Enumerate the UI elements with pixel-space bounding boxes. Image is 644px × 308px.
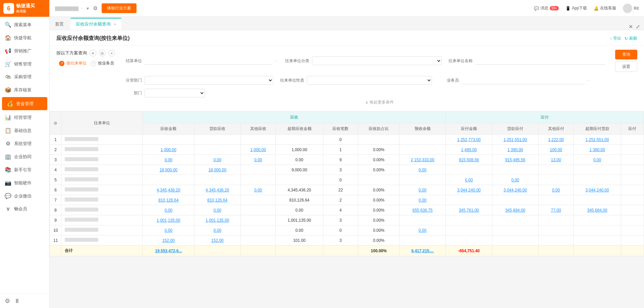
dept-select[interactable]: [145, 89, 205, 97]
settlement-dots[interactable]: ···: [275, 58, 278, 63]
refresh-icon: ↻: [625, 36, 628, 41]
settlement-unit-input[interactable]: [145, 57, 272, 65]
table-settings-icon[interactable]: ⚙: [54, 121, 57, 126]
close-window-icon[interactable]: ✕: [629, 24, 633, 30]
sidebar-item-wechat[interactable]: 💬 企业微信: [0, 189, 49, 203]
sidebar-item-hardware[interactable]: 📷 智能硬件: [0, 176, 49, 189]
sidebar-item-label: 畅会员: [14, 206, 27, 212]
collapse-icon: ∧: [365, 100, 368, 105]
tab-receivable-payable[interactable]: 应收应付余额查询 ×: [70, 18, 121, 30]
partner-name: [61, 195, 143, 205]
total-label: 合计: [61, 246, 143, 256]
filter-collapse-button[interactable]: «: [108, 50, 115, 56]
filter-row-2: 分管部门 往来单位性质: [122, 76, 637, 85]
solution-button[interactable]: 体验行业方案: [102, 3, 137, 13]
sidebar: 6 畅捷通买 标准版 🔍 搜索菜单 🏠 快捷导航 📢 营销推广 🛒 销售管理 🛍…: [0, 0, 50, 308]
sidebar-item-search[interactable]: 🔍 搜索菜单: [0, 18, 49, 31]
salesperson-dots[interactable]: ···: [587, 78, 590, 83]
sidebar-item-finance[interactable]: 💰 资金管理: [2, 97, 47, 110]
query-button[interactable]: 查询: [615, 50, 637, 59]
partner-name: [61, 155, 143, 165]
download-icon: 📱: [566, 6, 571, 11]
sidebar-item-label: 企业微信: [14, 193, 32, 199]
settings-button[interactable]: 设置: [615, 61, 637, 72]
data-table: ⚙ 往来单位 应收 应付 应收金额 贷款应收 其他应收 超期应收金额 应收笔数: [50, 112, 644, 256]
total-recv-amount[interactable]: 19,553,472,6...: [143, 246, 194, 256]
messages-label: 消息: [540, 5, 548, 11]
table-row: 7810,126.64810,126.64810,126.6420.00%0.0…: [50, 195, 644, 205]
breadcrumb: ▓▓▓▓▓▓▓▓ ›: [55, 6, 83, 11]
sidebar-item-quick-nav[interactable]: 🏠 快捷导航: [0, 31, 49, 44]
sidebar-item-label: 营销推广: [14, 48, 32, 54]
page-card: 应收应付余额查询(按往来单位) ↑ 导出 ↻ 刷新: [50, 30, 644, 256]
sidebar-item-sales[interactable]: 🛒 销售管理: [0, 57, 49, 71]
tab-close-icon[interactable]: ×: [114, 22, 116, 26]
maximize-icon[interactable]: ⤢: [636, 24, 640, 30]
sidebar-item-operation[interactable]: 📊 经营管理: [0, 111, 49, 124]
filter-by-salesperson[interactable]: ↗ 按业务员: [91, 60, 114, 66]
col-pay-loan: 贷款应付: [492, 123, 538, 135]
filter-target-button[interactable]: ◎: [99, 50, 106, 56]
sidebar-item-guide[interactable]: 📚 新手引导: [0, 163, 49, 176]
filter-header: 按以下方案查询 + ◎ «: [56, 50, 115, 56]
filter-dept: 部门: [122, 89, 637, 97]
table-row: 500.000.00: [50, 175, 644, 185]
sidebar-item-marketing[interactable]: 📢 营销推广: [0, 44, 49, 57]
table-row: 64,345,436.204,345,436.200.004,345,436.2…: [50, 185, 644, 195]
edition-label: 标准版: [16, 9, 35, 14]
app-download-label: App下载: [572, 5, 587, 11]
footer-collapse-icon[interactable]: ⏸: [14, 298, 20, 305]
sidebar-item-enterprise[interactable]: 🏢 企业协同: [0, 150, 49, 163]
col-recv-count: 应收笔数: [323, 123, 358, 135]
app-download-btn[interactable]: 📱 App下载: [566, 5, 587, 11]
export-button[interactable]: ↑ 导出: [610, 36, 621, 41]
filter-by-partner[interactable]: ↗ 按往来单位: [59, 60, 87, 66]
query-buttons: 查询 设置: [612, 50, 637, 72]
salesperson-label: 业务员: [439, 78, 459, 83]
filter-options: ↗ 按往来单位 ↗ 按业务员: [59, 60, 115, 66]
partner-name: [61, 165, 143, 175]
breadcrumb-text: ▓▓▓▓▓▓▓▓: [55, 6, 78, 11]
tabs-bar: 首页 应收应付余额查询 × ✕ ⤢: [50, 17, 644, 30]
dept-mgmt-select[interactable]: [145, 76, 273, 85]
filter-add-button[interactable]: +: [90, 50, 96, 56]
sidebar-item-system[interactable]: ⚙ 系统管理: [0, 137, 49, 150]
table-row: 91,001,135.001,001,135.001,001,135.0030.…: [50, 215, 644, 225]
collapse-bar[interactable]: ∧ 收起更多条件: [122, 97, 637, 107]
filter-settlement-unit: 结算单位 ···: [122, 57, 278, 65]
table-row: 21,000.001,000.001,000.0010.00%1,490.001…: [50, 145, 644, 155]
sidebar-item-member[interactable]: V 畅会员: [0, 203, 49, 215]
footer-settings-icon[interactable]: ⚙: [5, 297, 10, 305]
online-service-btn[interactable]: 🔔 在线客服: [594, 5, 616, 11]
partner-name-input[interactable]: [475, 57, 605, 65]
filter-option1-label: 按往来单位: [66, 60, 87, 66]
table-container: ⚙ 往来单位 应收 应付 应收金额 贷款应收 其他应收 超期应收金额 应收笔数: [50, 112, 644, 256]
sidebar-item-inventory[interactable]: 📦 库存核算: [0, 83, 49, 96]
total-recv-advance[interactable]: 6,417,215....: [399, 246, 446, 256]
salesperson-input[interactable]: [462, 77, 584, 84]
page-header: 应收应付余额查询(按往来单位) ↑ 导出 ↻ 刷新: [50, 30, 644, 46]
finance-icon: 💰: [7, 100, 13, 107]
hardware-icon: 📷: [5, 180, 11, 186]
marketing-icon: 📢: [5, 48, 11, 54]
system-icon: ⚙: [5, 140, 11, 147]
nav-dropdown-icon[interactable]: ▾: [87, 6, 89, 11]
user-avatar: [623, 4, 632, 13]
col-pay-overdue: 超期应付货款: [574, 123, 621, 135]
partner-category-select[interactable]: [312, 56, 442, 65]
gear-icon[interactable]: ⚙: [93, 5, 98, 11]
search-icon: 🔍: [5, 21, 11, 28]
refresh-button[interactable]: ↻ 刷新: [625, 36, 637, 41]
table-row: 101,252,773.001,251,551.001,222.001,251,…: [50, 135, 644, 145]
purchase-icon: 🛍: [5, 74, 11, 80]
tab-home[interactable]: 首页: [50, 18, 69, 30]
partner-nature-select[interactable]: [307, 76, 432, 85]
partner-name-label: 往来单位名称: [448, 58, 473, 64]
sidebar-item-basic[interactable]: 📋 基础信息: [0, 124, 49, 137]
col-recv-loan: 贷款应收: [194, 123, 240, 135]
table-row: 11152.00152.00101.0030.00%: [50, 235, 644, 246]
logo: 6 畅捷通买 标准版: [0, 0, 49, 17]
sidebar-item-purchase[interactable]: 🛍 采购管理: [0, 71, 49, 83]
user-info[interactable]: Rit: [623, 4, 639, 13]
messages-btn[interactable]: 💬 消息 99+: [534, 5, 559, 11]
